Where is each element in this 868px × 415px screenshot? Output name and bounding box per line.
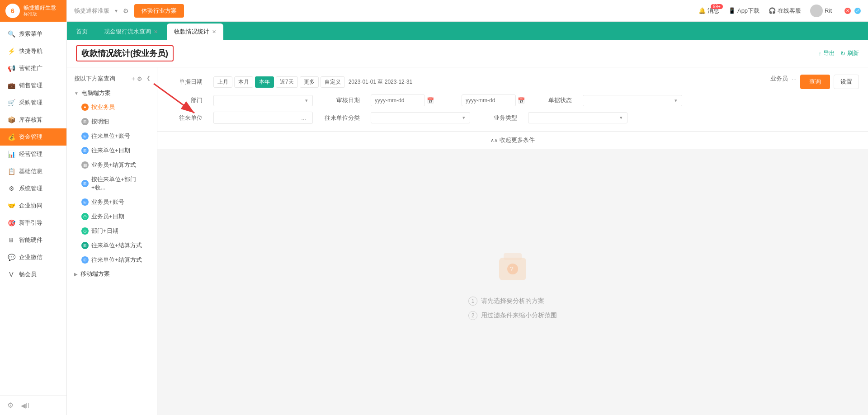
close-button[interactable]: ✕ — [844, 8, 851, 14]
sidebar-item-inventory[interactable]: 📦库存核算 — [0, 111, 66, 128]
sidebar-item-purchase[interactable]: 🛒采购管理 — [0, 94, 66, 111]
date-btn-this-year[interactable]: 本年 — [255, 76, 274, 88]
scheme-item-sales-settle[interactable]: ▦ 业务员+结算方式 — [67, 158, 157, 172]
tab-bank[interactable]: 现金银行流水查询 ✕ — [97, 24, 165, 40]
sidebar-item-hardware[interactable]: 🖥智能硬件 — [0, 231, 66, 249]
collapse-icon: ∧∧ — [491, 137, 498, 143]
date-separator: — — [445, 97, 451, 104]
scheme-collapse-icon[interactable]: 《 — [144, 75, 150, 83]
avatar — [810, 5, 823, 17]
scheme-item-party-date[interactable]: ⊞ 往来单位+日期 — [67, 143, 157, 158]
phone-icon: 📱 — [728, 7, 736, 14]
sidebar-item-search[interactable]: 🔍搜索菜单 — [0, 25, 66, 42]
query-button[interactable]: 查询 — [800, 75, 830, 89]
salesperson-ellipsis[interactable]: ... — [792, 75, 797, 89]
sidebar-item-sales[interactable]: 💼销售管理 — [0, 77, 66, 94]
scheme-item-icon-orange: ● — [81, 104, 89, 111]
scheme-add-icon[interactable]: + — [132, 75, 135, 82]
sidebar-item-guide[interactable]: 🎯新手引导 — [0, 214, 66, 231]
sidebar-label-inventory: 库存核算 — [19, 116, 42, 124]
scheme-item-sales-date[interactable]: ◷ 业务员+日期 — [67, 209, 157, 224]
sidebar-label-basic: 基础信息 — [19, 167, 42, 175]
scheme-item-party-settle2[interactable]: ⊞ 往来单位+结算方式 — [67, 253, 157, 267]
user-avatar-area[interactable]: Rit — [810, 5, 832, 17]
export-icon: ↑ — [819, 50, 822, 57]
page-title: 收款情况统计(按业务员) — [81, 49, 168, 58]
tabbar: 首页 现金银行流水查询 ✕ 收款情况统计 ✕ — [67, 22, 868, 40]
app-download-button[interactable]: 📱 App下载 — [728, 7, 760, 15]
online-service-button[interactable]: 🎧 在线客服 — [769, 7, 801, 15]
counter-party-cat-select[interactable]: ▾ — [371, 112, 470, 123]
review-date-to-input[interactable] — [462, 94, 516, 106]
sidebar-item-member[interactable]: V畅会员 — [0, 266, 66, 283]
sidebar-item-marketing[interactable]: 📢营销推广 — [0, 60, 66, 77]
tab-receipt[interactable]: 收款情况统计 ✕ — [167, 24, 223, 40]
refresh-button[interactable]: ↻ 刷新 — [840, 49, 859, 57]
scheme-item-sales-account[interactable]: ⊞ 业务员+账号 — [67, 195, 157, 209]
sidebar-item-system[interactable]: ⚙系统管理 — [0, 180, 66, 197]
calendar-icon-from[interactable]: 📅 — [427, 97, 434, 104]
sales-icon: 💼 — [7, 81, 15, 90]
sidebar-item-basic[interactable]: 📋基础信息 — [0, 163, 66, 180]
date-btn-more[interactable]: 更多 — [300, 76, 319, 88]
calendar-icon-to[interactable]: 📅 — [518, 97, 525, 104]
message-button[interactable]: 🔔 消息 99+ — [698, 7, 719, 15]
hardware-icon: 🖥 — [7, 236, 15, 244]
dept-select[interactable]: ▾ — [213, 95, 313, 106]
counter-party-label: 往来单位 — [166, 114, 203, 122]
sidebar-item-wechat[interactable]: 💬企业微信 — [0, 249, 66, 266]
scheme-item-party-account[interactable]: ⊞ 往来单位+账号 — [67, 129, 157, 143]
scheme-item-icon-grid4: ⊞ — [81, 180, 89, 187]
sidebar-item-enterprise[interactable]: 🤝企业协同 — [0, 197, 66, 214]
sidebar-label-member: 畅会员 — [19, 270, 37, 278]
counter-party-select[interactable]: ... — [213, 112, 313, 124]
scheme-item-party-settle1[interactable]: ⊞ 往来单位+结算方式 — [67, 238, 157, 253]
sidebar-label-sales: 销售管理 — [19, 81, 42, 90]
date-filter-label: 单据日期 — [166, 78, 203, 86]
quick-nav-icon: ⚡ — [7, 47, 15, 55]
voucher-status-select[interactable]: ▾ — [583, 95, 682, 106]
empty-step-2: 2 用过滤条件来缩小分析范围 — [468, 311, 557, 320]
date-btn-this-month[interactable]: 本月 — [234, 76, 253, 88]
date-btn-7days[interactable]: 近7天 — [276, 76, 298, 88]
purchase-icon: 🛒 — [7, 99, 15, 107]
scheme-item-party-dept-receipt[interactable]: ⊞ 按往来单位+部门+收... — [67, 172, 157, 195]
step-num-1: 1 — [468, 297, 477, 306]
page-actions: ↑ 导出 ↻ 刷新 — [819, 49, 859, 57]
tab-home[interactable]: 首页 — [69, 24, 95, 40]
date-btn-custom[interactable]: 自定义 — [321, 76, 345, 88]
expand-button[interactable]: ⤢ — [854, 8, 861, 14]
sidebar-item-quick-nav[interactable]: ⚡快捷导航 — [0, 42, 66, 60]
headset-icon: 🎧 — [769, 7, 776, 14]
desktop-group-header[interactable]: ▼ 电脑端方案 — [67, 86, 157, 100]
mobile-group-header[interactable]: ▶ 移动端方案 — [67, 267, 157, 281]
sidebar-item-finance[interactable]: 💰资金管理 — [0, 128, 66, 146]
bank-tab-close[interactable]: ✕ — [154, 29, 158, 35]
solution-button[interactable]: 体验行业方案 — [134, 4, 184, 18]
settings-button[interactable]: 设置 — [834, 75, 859, 89]
dept-select-arrow: ▾ — [305, 98, 308, 104]
sidebar-label-enterprise: 企业协同 — [19, 202, 42, 210]
left-panel: 按以下方案查询 + ⚙ 《 ▼ 电脑端方案 ● 按业务员 — [67, 67, 157, 415]
collapse-row[interactable]: ∧∧ 收起更多条件 — [157, 132, 868, 149]
scheme-header: 按以下方案查询 + ⚙ 《 — [67, 71, 157, 86]
collapse-label: 收起更多条件 — [500, 136, 535, 144]
mobile-group-label: 移动端方案 — [80, 270, 110, 278]
desktop-group-label: 电脑端方案 — [81, 89, 111, 97]
export-button[interactable]: ↑ 导出 — [819, 49, 835, 57]
topbar-gear-icon[interactable]: ⚙ — [123, 7, 129, 14]
sidebar-item-operations[interactable]: 📊经营管理 — [0, 146, 66, 163]
counter-party-ellipsis[interactable]: ... — [301, 114, 306, 121]
scheme-gear-icon[interactable]: ⚙ — [137, 75, 142, 82]
scheme-item-by-detail[interactable]: ⊞ 按明细 — [67, 114, 157, 129]
review-date-from-input[interactable] — [371, 94, 425, 106]
receipt-tab-close[interactable]: ✕ — [212, 29, 216, 35]
scheme-item-by-salesperson[interactable]: ● 按业务员 — [67, 100, 157, 114]
collapse-icon[interactable]: ◀II — [21, 402, 29, 409]
scheme-item-dept-date[interactable]: ◷ 部门+日期 — [67, 224, 157, 238]
system-icon: ⚙ — [7, 184, 15, 193]
settings-icon[interactable]: ⚙ — [7, 401, 14, 410]
date-btn-last-month[interactable]: 上月 — [213, 76, 232, 88]
biz-type-select[interactable]: ▾ — [528, 112, 627, 123]
chevron-down-icon[interactable]: ▾ — [115, 8, 118, 14]
